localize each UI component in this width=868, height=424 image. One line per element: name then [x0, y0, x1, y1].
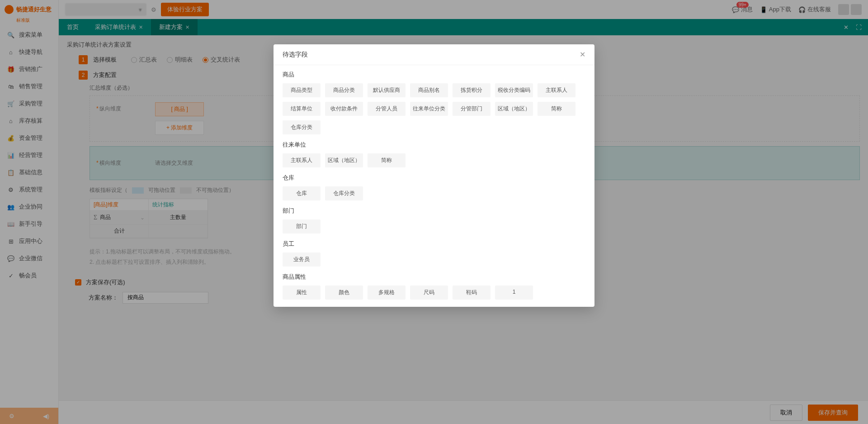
field-chip[interactable]: 分管人员 [368, 102, 406, 116]
field-group-3: 部门部门 [283, 207, 585, 233]
field-group-title: 商品属性 [283, 273, 585, 281]
field-chip[interactable]: 主联系人 [538, 83, 576, 97]
field-chip[interactable]: 多规格 [368, 286, 406, 300]
field-group-1: 往来单位主联系人区域（地区）简称 [283, 141, 585, 167]
field-chip[interactable]: 税收分类编码 [495, 83, 533, 97]
field-group-title: 仓库 [283, 174, 585, 182]
field-chip[interactable]: 仓库分类 [325, 186, 363, 200]
modal-title: 待选字段 [283, 51, 308, 59]
field-chip[interactable]: 商品别名 [410, 83, 448, 97]
field-chip[interactable]: 业务员 [283, 252, 321, 267]
field-chip[interactable]: 仓库 [283, 186, 321, 200]
field-chip[interactable]: 部门 [283, 219, 321, 233]
field-chip[interactable]: 颜色 [325, 286, 363, 300]
field-group-0: 商品商品类型商品分类默认供应商商品别名拣货积分税收分类编码主联系人结算单位收付款… [283, 71, 585, 134]
field-chip[interactable]: 商品分类 [325, 83, 363, 97]
field-chip[interactable]: 区域（地区） [325, 153, 363, 167]
field-chip[interactable]: 仓库分类 [283, 120, 321, 134]
field-chip[interactable]: 拣货积分 [453, 83, 491, 97]
field-chip[interactable]: 简称 [368, 153, 406, 167]
field-chip[interactable]: 属性 [283, 286, 321, 300]
field-chip[interactable]: 主联系人 [283, 153, 321, 167]
field-group-title: 商品 [283, 71, 585, 79]
field-group-title: 往来单位 [283, 141, 585, 149]
field-chip[interactable]: 往来单位分类 [410, 102, 448, 116]
field-chip[interactable]: 鞋码 [453, 286, 491, 300]
field-chip[interactable]: 简称 [538, 102, 576, 116]
field-group-title: 其它 [283, 306, 585, 307]
field-group-2: 仓库仓库仓库分类 [283, 174, 585, 200]
field-chip[interactable]: 区域（地区） [495, 102, 533, 116]
field-group-5: 商品属性属性颜色多规格尺码鞋码1 [283, 273, 585, 300]
field-chip[interactable]: 结算单位 [283, 102, 321, 116]
field-chip[interactable]: 分管部门 [453, 102, 491, 116]
field-chip[interactable]: 商品类型 [283, 83, 321, 97]
field-group-title: 员工 [283, 240, 585, 248]
field-group-title: 部门 [283, 207, 585, 215]
field-chip[interactable]: 尺码 [410, 286, 448, 300]
field-chip[interactable]: 1 [495, 286, 533, 300]
field-chip[interactable]: 默认供应商 [368, 83, 406, 97]
modal-close-button[interactable]: ✕ [580, 50, 585, 59]
field-selector-modal: 待选字段 ✕ 商品商品类型商品分类默认供应商商品别名拣货积分税收分类编码主联系人… [274, 44, 594, 307]
field-chip[interactable]: 收付款条件 [325, 102, 363, 116]
field-group-4: 员工业务员 [283, 240, 585, 267]
field-group-6: 其它单据日期项目 [283, 306, 585, 307]
